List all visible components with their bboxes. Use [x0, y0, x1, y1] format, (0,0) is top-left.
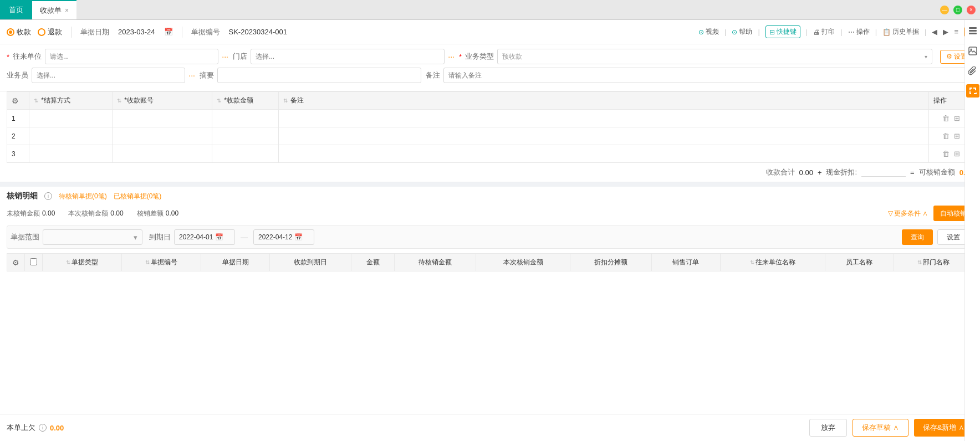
print-action[interactable]: 🖨 打印: [813, 27, 835, 37]
salesperson-more-btn[interactable]: ···: [188, 71, 195, 80]
row-remark-1[interactable]: [279, 110, 929, 127]
biz-type-label: 业务类型: [465, 52, 494, 61]
radio-receive[interactable]: 收款: [7, 27, 31, 37]
date-from-input[interactable]: 2022-04-01 📅: [174, 229, 235, 245]
sep1: |: [724, 28, 726, 36]
abandon-button[interactable]: 放弃: [809, 419, 847, 437]
print-icon: 🖨: [813, 28, 820, 36]
history-action[interactable]: 📋 历史单据: [882, 27, 919, 37]
form-area: * 往来单位 ··· 门店 ··· * 业务类型 预收款 ▾ ⚙ 设置: [0, 44, 980, 91]
nav-right-icon[interactable]: ▶: [943, 28, 948, 36]
window-max-button[interactable]: □: [953, 6, 962, 14]
row-account-3[interactable]: [113, 145, 212, 163]
calendar-icon[interactable]: 📅: [164, 28, 173, 36]
calendar-to-icon: 📅: [294, 233, 303, 241]
date-value: 2023-03-24: [118, 28, 155, 36]
doc-num-value: SK-20230324-001: [229, 28, 288, 36]
sep5: |: [875, 28, 877, 36]
range-label: 单据范围: [11, 232, 39, 242]
table-row: 1 🗑 ⊞: [7, 110, 973, 127]
date-to-input[interactable]: 2022-04-12 📅: [253, 229, 314, 245]
delete-icon-3[interactable]: 🗑: [942, 150, 950, 158]
sidebar-table-icon[interactable]: [966, 24, 979, 38]
radio-return[interactable]: 退款: [38, 27, 62, 37]
sidebar-attach-icon[interactable]: [966, 64, 979, 78]
store-input[interactable]: [251, 49, 445, 64]
window-close-button[interactable]: ×: [967, 6, 976, 14]
query-button[interactable]: 查询: [902, 229, 933, 245]
verifiable-label: 可核销金额: [919, 167, 955, 177]
done-tab[interactable]: 已核销单据(0笔): [114, 192, 162, 201]
sort-icon-2: ⇅: [117, 98, 121, 104]
radio-return-dot: [38, 28, 45, 36]
summary-row: 收款合计 0.00 + 现金折扣: = 可核销金额 0.00: [0, 163, 980, 182]
th-account: ⇅ *收款账号: [113, 92, 212, 110]
salesperson-input[interactable]: [32, 68, 185, 83]
counterpart-more-btn[interactable]: ···: [222, 52, 228, 61]
summary-input[interactable]: [217, 68, 421, 83]
sidebar-expand-icon[interactable]: [966, 84, 979, 98]
row-account-1[interactable]: [113, 110, 212, 127]
collection-total-label: 收款合计: [766, 167, 795, 177]
operation-action[interactable]: ⋯ 操作: [848, 27, 870, 37]
row-account-2[interactable]: [113, 127, 212, 145]
th-amount: ⇅ *收款金额: [212, 92, 279, 110]
tab-home[interactable]: 首页: [0, 0, 32, 19]
biz-type-field: * 业务类型 预收款 ▾ ⚙ 设置: [459, 49, 973, 64]
delete-icon-2[interactable]: 🗑: [942, 132, 950, 140]
copy-icon-2[interactable]: ⊞: [954, 132, 960, 140]
row-amount-1[interactable]: [212, 110, 279, 127]
row-settle-1[interactable]: [29, 110, 113, 127]
th-doc-type: ⇅单据类型: [43, 254, 122, 271]
current-verify-label: 本次核销金额: [68, 209, 108, 218]
delete-icon-1[interactable]: 🗑: [942, 114, 950, 122]
divider-1: [71, 27, 72, 38]
video-action[interactable]: ⊙ 视频: [698, 27, 719, 37]
row-amount-2[interactable]: [212, 127, 279, 145]
row-remark-3[interactable]: [279, 145, 929, 163]
radio-receive-label: 收款: [17, 27, 31, 37]
th-doc-date: 单据日期: [201, 254, 270, 271]
shortcut-action[interactable]: ⊟ 快捷键: [765, 25, 800, 38]
view-list-icon[interactable]: ≡: [954, 28, 958, 36]
salesperson-field: 业务员 ···: [7, 68, 195, 83]
discount-input[interactable]: [861, 168, 906, 177]
copy-icon-3[interactable]: ⊞: [954, 150, 960, 158]
section-title: 核销明细: [7, 191, 38, 201]
remark-label: 备注: [426, 70, 440, 80]
tab-close-icon[interactable]: ×: [65, 7, 69, 14]
nav-left-icon[interactable]: ◀: [932, 28, 937, 36]
select-all-checkbox[interactable]: [30, 258, 37, 265]
diff-stat: 核销差额 0.00: [137, 209, 178, 218]
video-label: 视频: [706, 27, 719, 37]
table-settings-icon[interactable]: ⚙: [12, 96, 19, 105]
reconciliation-section: 核销明细 i 待核销单据(0笔) 已核销单据(0笔) 未核销金额 0.00 本次…: [0, 187, 980, 276]
biz-type-select[interactable]: 预收款 ▾: [497, 49, 932, 64]
section-divider: [0, 182, 980, 187]
main-table-wrapper: ⚙ ⇅ *结算方式 ⇅ *收款账号 ⇅ *收款金额 ⇅: [0, 91, 980, 163]
bottom-settings-icon[interactable]: ⚙: [12, 258, 19, 267]
row-amount-3[interactable]: [212, 145, 279, 163]
footer: 本单上欠 i 0.00 放弃 保存草稿 ∧ 保存&新增 ∧: [0, 414, 980, 441]
pending-tab[interactable]: 待核销单据(0笔): [59, 192, 107, 201]
svg-rect-1: [969, 30, 977, 32]
remark-input[interactable]: [443, 68, 973, 83]
tab-current[interactable]: 收款单 ×: [32, 0, 76, 19]
window-min-button[interactable]: —: [940, 6, 949, 14]
row-settle-3[interactable]: [29, 145, 113, 163]
section-info-icon[interactable]: i: [44, 192, 52, 200]
tab-current-label: 收款单: [40, 6, 62, 16]
collection-total-value: 0.00: [799, 168, 813, 177]
more-conditions-btn[interactable]: ▽ 更多条件 ∧: [888, 209, 928, 218]
store-more-btn[interactable]: ···: [448, 52, 455, 61]
save-draft-button[interactable]: 保存草稿 ∧: [853, 419, 908, 437]
plus-sign: +: [818, 168, 822, 177]
row-remark-2[interactable]: [279, 127, 929, 145]
sidebar-image-icon[interactable]: [966, 44, 979, 58]
range-select[interactable]: ▾: [43, 229, 142, 245]
help-action[interactable]: ⊙ 帮助: [732, 27, 752, 37]
copy-icon-1[interactable]: ⊞: [954, 114, 960, 122]
counterpart-input[interactable]: [45, 49, 218, 64]
footer-info-icon[interactable]: i: [39, 424, 47, 432]
row-settle-2[interactable]: [29, 127, 113, 145]
